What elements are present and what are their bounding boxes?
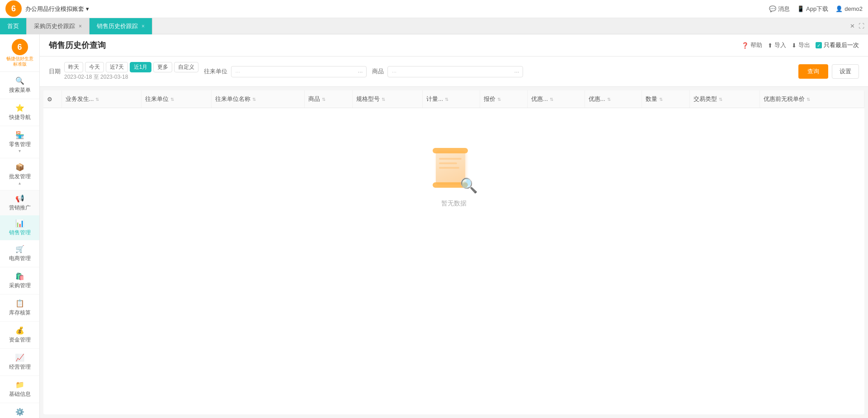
- sort-icon: ⇅: [170, 97, 174, 102]
- partner-input[interactable]: ··· ···: [231, 66, 367, 77]
- tab-purchase-history-close[interactable]: ×: [79, 23, 82, 29]
- col-partner-name[interactable]: 往来单位名称 ⇅: [212, 90, 305, 108]
- star-icon: ⭐: [15, 104, 24, 112]
- avatar-icon: 👤: [835, 5, 843, 12]
- tab-sales-history-close[interactable]: ×: [142, 23, 145, 29]
- col-biz-date[interactable]: 业务发生... ⇅: [61, 90, 141, 108]
- date-btn-1month[interactable]: 近1月: [130, 62, 152, 72]
- col-trade-type[interactable]: 交易类型 ⇅: [689, 90, 760, 108]
- sidebar-item-purchase-label: 采购管理: [9, 282, 31, 290]
- import-icon: ⬆: [768, 42, 773, 49]
- col-product[interactable]: 商品 ⇅: [305, 90, 353, 108]
- sidebar-item-system[interactable]: ⚙️ 系统管理: [0, 403, 39, 418]
- sort-icon: ⇅: [719, 97, 722, 102]
- col-spec[interactable]: 规格型号 ⇅: [352, 90, 423, 108]
- user-avatar[interactable]: 👤 demo2: [835, 5, 863, 12]
- content-area: 销售历史价查询 ❓ 帮助 ⬆ 导入 ⬇ 导出 ✓: [40, 34, 868, 418]
- sidebar-item-quick-nav-label: 快捷导航: [9, 114, 31, 121]
- only-last-checkbox[interactable]: ✓ 只看最后一次: [816, 41, 859, 49]
- system-icon: ⚙️: [15, 408, 24, 416]
- query-button[interactable]: 查询: [798, 64, 828, 79]
- close-all-icon[interactable]: ✕: [850, 23, 855, 29]
- username: demo2: [844, 5, 863, 12]
- sort-icon: ⇅: [252, 97, 256, 102]
- sort-icon: ⇅: [95, 97, 99, 102]
- tab-sales-history[interactable]: 销售历史价跟踪 ×: [90, 18, 152, 34]
- sidebar-item-sales-mgmt[interactable]: 📊 销售管理: [0, 215, 39, 240]
- table-container: ⚙ 业务发生... ⇅ 往来单位: [43, 90, 864, 414]
- product-input-placeholder: ···: [392, 68, 396, 75]
- col-discount1-label: 优惠...: [531, 95, 548, 103]
- ecommerce-icon: 🛒: [15, 245, 24, 253]
- workspace-selector[interactable]: 办公用品行业模拟账套 ▾: [25, 5, 89, 13]
- sidebar-item-purchase[interactable]: 🛍️ 采购管理: [0, 267, 39, 294]
- app-download-link[interactable]: 📱 App下载: [797, 5, 828, 13]
- sidebar-logo-text: 畅捷信好生意标准版: [6, 56, 33, 67]
- col-discount2[interactable]: 优惠... ⇅: [585, 90, 642, 108]
- col-discount1[interactable]: 优惠... ⇅: [528, 90, 585, 108]
- help-action[interactable]: ❓ 帮助: [741, 41, 762, 49]
- date-btn-custom[interactable]: 自定义: [174, 62, 198, 72]
- page-title: 销售历史价查询: [49, 40, 106, 56]
- finance-icon: 💰: [15, 326, 24, 335]
- tab-home-label: 首页: [7, 22, 19, 30]
- partner-filter-label: 往来单位: [204, 67, 227, 76]
- col-unit[interactable]: 计量... ⇅: [423, 90, 480, 108]
- sidebar-item-basic-info-label: 基础信息: [9, 390, 31, 398]
- sidebar-item-inventory[interactable]: 📋 库存核算: [0, 294, 39, 322]
- message-link[interactable]: 💬 消息: [769, 5, 790, 13]
- date-btn-yesterday[interactable]: 昨天: [64, 62, 83, 72]
- col-settings[interactable]: ⚙: [43, 90, 61, 108]
- date-options: 昨天 今天 近7天 近1月 更多 自定义: [64, 62, 198, 72]
- col-pretax-price[interactable]: 优惠前无税单价 ⇅: [760, 90, 864, 108]
- sort-icon: ⇅: [445, 97, 448, 102]
- date-btn-more[interactable]: 更多: [153, 62, 172, 72]
- tab-home[interactable]: 首页: [0, 18, 27, 34]
- col-unit-label: 计量...: [426, 95, 443, 103]
- sidebar-item-ecommerce[interactable]: 🛒 电商管理: [0, 240, 39, 267]
- maximize-icon[interactable]: ⛶: [859, 23, 864, 29]
- col-trade-type-label: 交易类型: [693, 95, 717, 103]
- tab-sales-history-label: 销售历史价跟踪: [97, 22, 138, 30]
- sidebar-item-retail[interactable]: 🏪 零售管理 ▾: [0, 126, 39, 158]
- date-filter-group: 日期 昨天 今天 近7天 近1月 更多 自定义 2023-02-18 至 202…: [49, 62, 198, 81]
- sidebar-item-retail-label: 零售管理: [9, 141, 31, 148]
- tab-bar: 首页 采购历史价跟踪 × 销售历史价跟踪 × ✕ ⛶: [0, 18, 868, 34]
- message-icon: 💬: [769, 5, 776, 12]
- data-table: ⚙ 业务发生... ⇅ 往来单位: [43, 90, 864, 244]
- sort-icon: ⇅: [607, 97, 611, 102]
- partner-input-dots: ···: [358, 68, 363, 75]
- product-input[interactable]: ··· ···: [387, 66, 523, 77]
- date-btn-7days[interactable]: 近7天: [106, 62, 128, 72]
- date-filter-col: 昨天 今天 近7天 近1月 更多 自定义 2023-02-18 至 2023-0…: [64, 62, 198, 81]
- col-spec-label: 规格型号: [356, 95, 380, 103]
- export-action[interactable]: ⬇ 导出: [792, 41, 810, 49]
- col-qty[interactable]: 数量 ⇅: [642, 90, 690, 108]
- col-qty-label: 数量: [646, 95, 657, 103]
- col-partner-code[interactable]: 往来单位 ⇅: [141, 90, 212, 108]
- export-label: 导出: [798, 41, 810, 49]
- col-biz-date-label: 业务发生...: [66, 95, 94, 103]
- sidebar-item-marketing-label: 营销推广: [9, 204, 31, 212]
- sidebar-item-quick-nav[interactable]: ⭐ 快捷导航: [0, 99, 39, 126]
- sidebar-item-search-menu[interactable]: 🔍 搜索菜单: [0, 72, 39, 99]
- col-quote[interactable]: 报价 ⇅: [480, 90, 528, 108]
- empty-row: 🔍 暂无数据: [43, 108, 864, 244]
- tab-purchase-history[interactable]: 采购历史价跟踪 ×: [27, 18, 90, 34]
- sidebar: 6 畅捷信好生意标准版 🔍 搜索菜单 ⭐ 快捷导航 🏪 零售管理 ▾ 📦 批发管…: [0, 34, 40, 418]
- sidebar-item-wholesale[interactable]: 📦 批发管理 ▴: [0, 158, 39, 190]
- date-btn-today[interactable]: 今天: [85, 62, 104, 72]
- product-input-dots: ···: [514, 68, 519, 75]
- settings-button[interactable]: 设置: [832, 64, 859, 79]
- sidebar-item-finance[interactable]: 💰 资金管理: [0, 322, 39, 349]
- import-action[interactable]: ⬆ 导入: [768, 41, 786, 49]
- empty-state: 🔍 暂无数据: [43, 108, 864, 244]
- filter-bar: 日期 昨天 今天 近7天 近1月 更多 自定义 2023-02-18 至 202…: [40, 57, 868, 87]
- sidebar-item-basic-info[interactable]: 📁 基础信息: [0, 376, 39, 403]
- wholesale-icon: 📦: [15, 163, 24, 171]
- gear-icon: ⚙: [47, 96, 52, 103]
- sidebar-item-inventory-label: 库存核算: [9, 309, 31, 317]
- help-icon: ❓: [741, 42, 749, 49]
- sidebar-item-marketing[interactable]: 📢 营销推广: [0, 190, 39, 215]
- sidebar-item-operations[interactable]: 📈 经营管理: [0, 349, 39, 376]
